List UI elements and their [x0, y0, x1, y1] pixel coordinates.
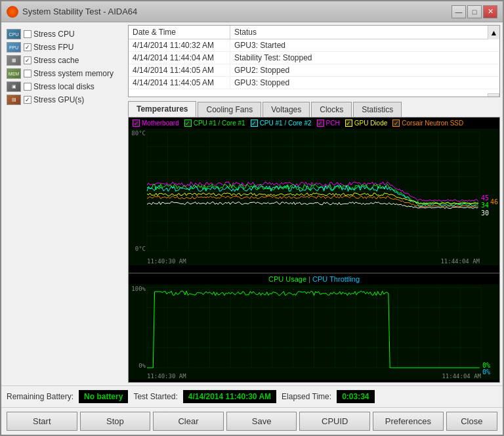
preferences-button[interactable]: Preferences — [373, 412, 444, 431]
stress-label-disk: Stress local disks — [33, 82, 94, 91]
minimize-button[interactable]: — — [452, 5, 466, 18]
stress-checkbox-cache[interactable] — [24, 56, 32, 64]
legend-cb[interactable] — [345, 120, 352, 127]
elapsed-value: 0:03:34 — [337, 390, 374, 403]
tab-clocks[interactable]: Clocks — [311, 102, 352, 117]
close-titlebar-button[interactable]: ✕ — [483, 5, 497, 18]
log-cell-status: GPU2: Stopped — [230, 64, 499, 76]
stress-icon-cache: ▦ — [7, 55, 21, 66]
stress-label-cache: Stress cache — [33, 56, 79, 65]
log-row: 4/14/2014 11:40:32 AM GPU3: Started — [129, 39, 499, 52]
log-cell-status: GPU3: Stopped — [230, 77, 499, 89]
close-button[interactable]: Close — [446, 412, 497, 431]
legend-label: GPU Diode — [354, 120, 388, 127]
temperature-chart: Motherboard CPU #1 / Core #1 CPU #1 / Co… — [129, 118, 499, 274]
log-cell-date: 4/14/2014 11:44:05 AM — [129, 77, 230, 89]
main-content: CPU Stress CPU FPU Stress FPU ▦ Stress c… — [1, 22, 503, 385]
log-row: 4/14/2014 11:44:05 AM GPU2: Stopped — [129, 64, 499, 77]
test-started-value: 4/14/2014 11:40:30 AM — [183, 390, 276, 403]
legend-cb[interactable] — [184, 120, 192, 127]
stress-icon-cpu: CPU — [7, 29, 21, 39]
stress-checkbox-wrapper-mem: Stress system memory — [24, 69, 114, 78]
stress-item-cache[interactable]: ▦ Stress cache — [4, 54, 125, 67]
stress-item-fpu[interactable]: FPU Stress FPU — [4, 41, 125, 54]
cpu-chart-title: CPU Usage | CPU Throttling — [129, 274, 499, 284]
stress-checkbox-wrapper-cpu: Stress CPU — [24, 30, 75, 39]
stress-options-panel: CPU Stress CPU FPU Stress FPU ▦ Stress c… — [4, 25, 125, 383]
battery-value: No battery — [79, 390, 128, 403]
cpu-canvas — [129, 284, 499, 380]
maximize-button[interactable]: □ — [467, 5, 482, 18]
tabs-row: TemperaturesCooling FansVoltagesClocksSt… — [128, 101, 500, 117]
legend-cb[interactable] — [133, 120, 140, 127]
stress-item-mem[interactable]: MEM Stress system memory — [4, 67, 125, 80]
chart-container: Motherboard CPU #1 / Core #1 CPU #1 / Co… — [129, 118, 499, 382]
bottom-info-bar: Remaining Battery: No battery Test Start… — [1, 385, 503, 407]
scrollbar-down-area: ▼ — [129, 93, 499, 97]
right-panel: Date & Time Status ▲ 4/14/2014 11:40:32 … — [128, 25, 500, 383]
legend-item-cpu-#1-/-core-#1[interactable]: CPU #1 / Core #1 — [184, 120, 245, 127]
clear-button[interactable]: Clear — [153, 412, 224, 431]
save-button[interactable]: Save — [226, 412, 297, 431]
stress-icon-disk: ▣ — [7, 81, 21, 92]
log-rows: 4/14/2014 11:40:32 AM GPU3: Started 4/14… — [129, 39, 499, 92]
stress-checkbox-cpu[interactable] — [24, 30, 32, 38]
scrollbar-up[interactable]: ▲ — [488, 26, 499, 39]
test-started-label: Test Started: — [133, 392, 177, 401]
stress-label-mem: Stress system memory — [33, 69, 114, 78]
stress-label-gpu: Stress GPU(s) — [33, 95, 84, 104]
tab-temperatures[interactable]: Temperatures — [128, 101, 196, 117]
stress-icon-mem: MEM — [7, 68, 21, 79]
legend-cb[interactable] — [392, 120, 400, 127]
stress-checkbox-gpu[interactable] — [24, 96, 32, 104]
stress-label-fpu: Stress FPU — [33, 43, 74, 52]
stop-button[interactable]: Stop — [80, 412, 151, 431]
log-panel: Date & Time Status ▲ 4/14/2014 11:40:32 … — [128, 25, 500, 97]
log-cell-date: 4/14/2014 11:40:32 AM — [129, 39, 230, 51]
stress-checkbox-wrapper-cache: Stress cache — [24, 56, 79, 65]
tab-content-temperatures: Motherboard CPU #1 / Core #1 CPU #1 / Co… — [128, 117, 500, 383]
log-status-header: Status — [230, 26, 488, 39]
legend-item-cpu-#1-/-core-#2[interactable]: CPU #1 / Core #2 — [251, 120, 312, 127]
tab-voltages[interactable]: Voltages — [262, 102, 310, 117]
legend-cb[interactable] — [317, 120, 324, 127]
stress-checkbox-wrapper-fpu: Stress FPU — [24, 43, 74, 52]
stress-checkbox-mem[interactable] — [24, 70, 32, 77]
temp-chart-area — [129, 129, 499, 265]
title-buttons: — □ ✕ — [452, 5, 497, 18]
log-cell-date: 4/14/2014 11:44:04 AM — [129, 52, 230, 64]
stress-checkbox-fpu[interactable] — [24, 43, 32, 51]
stress-checkbox-disk[interactable] — [24, 83, 32, 91]
battery-label: Remaining Battery: — [7, 392, 74, 401]
tab-cooling[interactable]: Cooling Fans — [198, 102, 261, 117]
log-row: 4/14/2014 11:44:04 AM Stability Test: St… — [129, 52, 499, 64]
stress-item-disk[interactable]: ▣ Stress local disks — [4, 80, 125, 93]
legend-cb[interactable] — [251, 120, 258, 127]
main-window: System Stability Test - AIDA64 — □ ✕ CPU… — [0, 0, 504, 436]
elapsed-label: Elapsed Time: — [282, 392, 331, 401]
button-row: Start Stop Clear Save CPUID Preferences … — [1, 407, 503, 435]
title-bar: System Stability Test - AIDA64 — □ ✕ — [1, 1, 503, 22]
cpu-chart-area — [129, 284, 499, 380]
log-row: 4/14/2014 11:44:05 AM GPU3: Stopped — [129, 77, 499, 89]
scrollbar-down[interactable]: ▼ — [488, 93, 499, 97]
cpu-throttling-label: CPU Throttling — [312, 275, 360, 283]
legend-item-motherboard[interactable]: Motherboard — [133, 120, 179, 127]
start-button[interactable]: Start — [7, 412, 77, 431]
legend-label: CPU #1 / Core #1 — [194, 120, 245, 127]
tab-statistics[interactable]: Statistics — [353, 102, 402, 117]
legend-item-corsair-neutron-ssd[interactable]: Corsair Neutron SSD — [392, 120, 463, 127]
cpu-usage-label: CPU Usage — [268, 275, 306, 283]
stress-item-gpu[interactable]: ▤ Stress GPU(s) — [4, 93, 125, 106]
stress-item-cpu[interactable]: CPU Stress CPU — [4, 28, 125, 41]
legend-item-pch[interactable]: PCH — [317, 120, 340, 127]
log-header: Date & Time Status ▲ — [129, 26, 499, 39]
stress-icon-gpu: ▤ — [7, 95, 21, 105]
legend-item-gpu-diode[interactable]: GPU Diode — [345, 120, 388, 127]
legend-label: Corsair Neutron SSD — [402, 120, 463, 127]
cpu-chart: CPU Usage | CPU Throttling — [129, 274, 499, 382]
temp-canvas — [129, 129, 499, 265]
log-cell-status: Stability Test: Stopped — [230, 52, 499, 64]
stress-icon-fpu: FPU — [7, 42, 21, 53]
cpuid-button[interactable]: CPUID — [299, 412, 370, 431]
